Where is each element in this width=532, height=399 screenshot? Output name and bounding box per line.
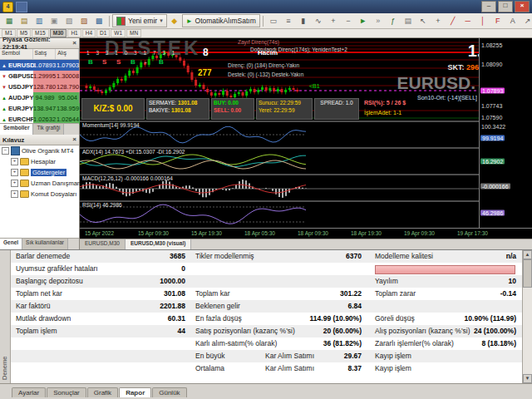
spread-box: SPREAD: 1.0: [314, 98, 359, 120]
zoom-out-icon[interactable]: −: [341, 14, 356, 28]
close-icon[interactable]: ×: [72, 40, 76, 47]
navigator-item-hesaplar[interactable]: +Hesaplar: [0, 156, 79, 167]
chart-shift-icon[interactable]: »: [371, 14, 386, 28]
bid-price: 94.989: [33, 92, 57, 103]
new-chart-icon[interactable]: ▦: [2, 14, 17, 28]
report-label: Göreli düşüş: [375, 313, 415, 325]
report-row: Toplam işlem44Satış pozisyonları (kazanç…: [11, 325, 522, 337]
zoom-in-icon[interactable]: +: [326, 14, 341, 28]
tile-windows-icon[interactable]: ▭: [266, 14, 281, 28]
profit-loss-box: K/Z:$ 0.00: [81, 98, 145, 120]
last10-average-label: Son10-Ort: (-14)[SELL]: [417, 95, 477, 101]
timeframe-h4[interactable]: H4: [82, 29, 96, 37]
market-watch-rows: ▲EURUSD1.078931.07903▼GBPUSD1.299951.300…: [0, 60, 79, 125]
timeframe-w1[interactable]: W1: [111, 29, 126, 37]
minimize-button[interactable]: –: [481, 1, 496, 12]
tester-tab-ayarlar[interactable]: Ayarlar: [12, 387, 46, 397]
maximize-button[interactable]: □: [498, 1, 513, 12]
report-label: Kayıp işlem: [375, 362, 411, 375]
report-scrollbar[interactable]: ▲ ▼: [522, 250, 532, 383]
report-row: Karlı alım-satım(% olarak)36 (81.82%)Zar…: [11, 337, 522, 350]
new-order-button[interactable]: Yeni emir ▾: [112, 14, 167, 27]
report-label: Karlı alım-satım(% olarak): [195, 337, 277, 350]
strategy-tester-icon[interactable]: ▩: [91, 14, 106, 28]
navigator-item-g-stergeler[interactable]: +Göstergeler: [0, 167, 79, 178]
fibonacci-icon[interactable]: F: [490, 14, 505, 28]
arrow-icon[interactable]: ↗: [520, 14, 532, 28]
templates-icon[interactable]: ▤: [401, 14, 416, 28]
indicator-label: ADX(14) 14.7673 +DI:15.0307 -DI:16.2902: [82, 149, 185, 155]
chart-tab-eurusd-m30[interactable]: EURUSD,M30: [80, 239, 126, 249]
scroll-down-icon[interactable]: ▼: [523, 374, 532, 383]
tester-panel: Deneme Barlar denemede3685Tikler modelle…: [0, 249, 532, 399]
timeframe-d1[interactable]: D1: [96, 29, 110, 37]
scroll-up-icon[interactable]: ▲: [523, 250, 532, 259]
auto-scroll-icon[interactable]: ►: [356, 14, 371, 28]
tester-tab-g-nl-k[interactable]: Günlük: [152, 387, 186, 397]
chart-window: DESTEK Zayıf Direnç(74s) Doğrulandı Dire…: [80, 38, 532, 249]
market-watch-row-audjpy[interactable]: ▲AUDJPY94.98995.004: [0, 92, 79, 103]
profiles-icon[interactable]: ▤: [17, 14, 32, 28]
metaeditor-icon[interactable]: ◆: [167, 14, 182, 28]
report-label: Toplam zarar: [375, 288, 416, 300]
tester-tab-rapor[interactable]: Rapor: [119, 387, 151, 397]
trade-marker-letter: B: [88, 58, 102, 66]
report-label: Uyumsuz grafikler hataları: [16, 263, 98, 275]
price-axis-label: 100.3422: [481, 124, 505, 130]
chart-tab-eurusd-m30-visual-[interactable]: EURUSD,M30 (visual): [126, 239, 191, 249]
navigator-icon[interactable]: ▧: [62, 14, 76, 28]
report-label: Toplam kar: [195, 288, 230, 300]
navigator-tab-s-k-kullan-lanlar[interactable]: Sık kullanılanlar: [22, 239, 68, 249]
navigator-tab-genel[interactable]: Genel: [0, 239, 22, 249]
time-axis: 15 Apr 202215 Apr 09:3015 Apr 19:3018 Ap…: [80, 228, 532, 239]
window-controls: – □ ×: [481, 1, 530, 12]
report-value: 301.08: [102, 288, 185, 300]
vertical-line-icon[interactable]: │: [475, 14, 490, 28]
line-chart-icon[interactable]: ∿: [311, 14, 326, 28]
tester-tab-grafik[interactable]: Grafik: [87, 387, 118, 397]
navigator-item-uzman-dan-manlar[interactable]: +Uzman Danışmanlar: [0, 178, 79, 189]
cursor-icon[interactable]: ↖: [416, 14, 431, 28]
report-label: Yayılım: [375, 275, 398, 288]
market-watch-row-eurusd[interactable]: ▲EURUSD1.078931.07903: [0, 60, 79, 71]
crosshair-icon[interactable]: +: [431, 14, 446, 28]
expand-icon: +: [11, 158, 18, 165]
timeframe-mn[interactable]: MN: [126, 29, 141, 37]
market-watch-icon[interactable]: ▥: [32, 14, 47, 28]
indicators-icon[interactable]: ƒ: [386, 14, 401, 28]
column-header-2[interactable]: Alış: [56, 49, 79, 59]
data-window-icon[interactable]: ▣: [47, 14, 62, 28]
bid-price: 128.780: [33, 81, 57, 92]
scrollbar-thumb[interactable]: [523, 259, 532, 288]
buy-sell-box: BUY: 0.00 SELL: 0.00: [211, 98, 254, 120]
text-icon[interactable]: A: [505, 14, 520, 28]
market-watch-panel: Piyasa Gözlemi: 22:19:41 × SembolSatışAl…: [0, 38, 80, 135]
market-watch-tab-semboller[interactable]: Semboller: [0, 124, 33, 135]
column-header-0[interactable]: Sembol: [0, 49, 33, 59]
ask-price: 128.790: [57, 81, 80, 92]
report-row: Uyumsuz grafikler hataları0: [11, 263, 522, 275]
close-button[interactable]: ×: [515, 1, 530, 12]
resistance-info-line: Direnç: (0) (184) Direnç-Yakın: [228, 62, 299, 68]
terminal-icon[interactable]: ▨: [76, 14, 91, 28]
report-value: 301.22: [290, 288, 362, 300]
report-value: 8.37: [290, 362, 362, 375]
navigator-item-komut-dosyalar-[interactable]: +Komut Dosyaları: [0, 189, 79, 200]
column-header-1[interactable]: Satış: [33, 49, 57, 59]
market-watch-row-usdjpy[interactable]: ▼USDJPY128.780128.790: [0, 81, 79, 92]
navigator-root-item[interactable]: −Olive Organik MT4: [0, 145, 79, 156]
candles-chart-icon[interactable]: ▮: [296, 14, 311, 28]
close-icon[interactable]: ×: [72, 136, 76, 143]
chart-plot[interactable]: DESTEK Zayıf Direnç(74s) Doğrulandı Dire…: [80, 38, 479, 228]
autotrading-button[interactable]: ► OtomatikAlımSatım: [182, 14, 260, 27]
report-value: -0.14: [431, 288, 516, 300]
market-watch-row-gbpusd[interactable]: ▼GBPUSD1.299951.30008: [0, 71, 79, 81]
titlebar: 4 – □ ×: [0, 0, 532, 13]
horizontal-line-icon[interactable]: ─: [461, 14, 475, 28]
ask-price: 1.07903: [57, 60, 80, 71]
trendline-icon[interactable]: ╱: [446, 14, 461, 28]
bars-chart-icon[interactable]: ≡: [281, 14, 296, 28]
tester-tab-sonu-lar[interactable]: Sonuçlar: [47, 387, 86, 397]
market-watch-row-eurjpy[interactable]: ▲EURJPY138.947138.959: [0, 103, 79, 114]
market-watch-tab-tik-grafi-i[interactable]: Tik grafiği: [33, 124, 64, 135]
